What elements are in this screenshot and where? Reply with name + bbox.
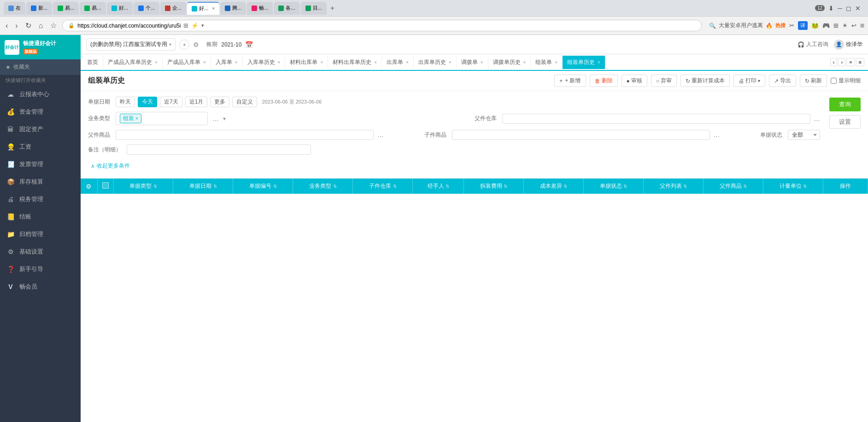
sidebar-item-inventory[interactable]: 📦 库存核算 — [0, 173, 81, 191]
th-settings[interactable]: ⚙ — [81, 179, 97, 194]
sidebar-item-cloud-reports[interactable]: ☁ 云报表中心 — [0, 86, 81, 103]
th-parent-list[interactable]: 父件列表 ⇅ — [643, 179, 703, 194]
nav-tab-outbound-close[interactable]: × — [406, 60, 409, 65]
sidebar-item-vip[interactable]: V 畅会员 — [0, 278, 81, 295]
bookmark-button[interactable]: ☆ — [48, 19, 59, 32]
display-detail-checkbox[interactable]: 显示明细 — [831, 77, 861, 85]
extension-icon[interactable]: ⚡ — [191, 22, 199, 29]
browser-tab-2[interactable]: 新... — [26, 2, 52, 15]
qr-icon[interactable]: ⊞ — [183, 22, 188, 29]
nav-tab-assembly-history[interactable]: 组装单历史 × — [563, 56, 605, 69]
url-bar[interactable]: 🔒 https://cloud.chanjet.com/accounting/u… — [62, 20, 701, 31]
nav-tab-finished[interactable]: 产成品入库单 × — [163, 56, 211, 69]
browser-tab-9[interactable]: 腾... — [220, 2, 246, 15]
business-type-more-dots[interactable]: ... — [212, 115, 218, 123]
minimize-button[interactable]: ─ — [838, 5, 842, 12]
sidebar-item-assets[interactable]: 🏛 固定资产 — [0, 121, 81, 138]
maximize-button[interactable]: ◻ — [846, 5, 851, 12]
nav-tab-finished-history-close[interactable]: × — [155, 60, 158, 65]
nav-tab-transfer-close[interactable]: × — [481, 60, 483, 65]
downloads-icon[interactable]: ⬇ — [828, 5, 834, 12]
nav-tab-inbound-history-close[interactable]: × — [278, 60, 281, 65]
date-btn-7days[interactable]: 近7天 — [160, 97, 182, 107]
th-checkbox[interactable] — [97, 179, 113, 194]
th-handler[interactable]: 经手人 ⇅ — [413, 179, 464, 194]
nav-tab-material-out[interactable]: 材料出库单 × — [285, 56, 328, 69]
menu-icon[interactable]: ≡ — [860, 22, 864, 30]
nav-tab-transfer[interactable]: 调拨单 × — [457, 56, 488, 69]
recalculate-button[interactable]: ↻ 重新计算成本 — [680, 75, 730, 87]
nav-tab-assembly-history-close[interactable]: × — [598, 60, 600, 65]
query-button[interactable]: 查询 — [829, 98, 861, 111]
nav-tab-transfer-history[interactable]: 调拨单历史 × — [488, 56, 531, 69]
th-disassembly-fee[interactable]: 拆装费用 ⇅ — [463, 179, 523, 194]
abandon-button[interactable]: ○ 弃审 — [651, 75, 677, 87]
th-cost-diff[interactable]: 成本差异 ⇅ — [523, 179, 583, 194]
print-button[interactable]: 🖨 打印 ▾ — [733, 75, 765, 87]
tab-close-active[interactable]: × — [212, 6, 215, 11]
th-child-warehouse[interactable]: 子件仓库 ⇅ — [353, 179, 413, 194]
brightness-icon[interactable]: ☀ — [842, 22, 848, 29]
scissors-icon[interactable]: ✂ — [789, 22, 794, 29]
tabs-right-arrow[interactable]: › — [838, 58, 845, 66]
company-settings-button[interactable]: ⚙ — [193, 41, 199, 48]
sidebar-item-tax[interactable]: 🖨 税务管理 — [0, 191, 81, 208]
new-tab-button[interactable]: + — [328, 4, 337, 12]
tabs-left-arrow[interactable]: ‹ — [830, 58, 838, 66]
browser-tab-6[interactable]: 个... — [134, 2, 159, 15]
th-business-type[interactable]: 业务类型 ⇅ — [293, 179, 353, 194]
nav-tab-inbound-close[interactable]: × — [235, 60, 238, 65]
browser-tab-7[interactable]: 企... — [160, 2, 186, 15]
sidebar-item-invoice[interactable]: 🧾 发票管理 — [0, 156, 81, 173]
nav-tab-assembly[interactable]: 组装单 × — [531, 56, 563, 69]
add-button[interactable]: + + 新增 — [554, 75, 586, 87]
child-product-input[interactable] — [452, 130, 710, 140]
sidebar-item-closing[interactable]: 📒 结账 — [0, 208, 81, 225]
delete-button[interactable]: 🗑 删除 — [590, 75, 618, 87]
parent-product-more[interactable]: ... — [377, 131, 383, 139]
child-product-more[interactable]: ... — [714, 131, 720, 139]
sidebar-item-archive[interactable]: 📁 归档管理 — [0, 225, 81, 243]
select-all-checkbox[interactable] — [102, 182, 109, 189]
date-btn-today[interactable]: 今天 — [138, 97, 157, 107]
business-type-dropdown[interactable]: ▾ — [223, 116, 226, 122]
th-bill-number[interactable]: 单据编号 ⇅ — [233, 179, 293, 194]
nav-tab-outbound[interactable]: 出库单 × — [382, 56, 414, 69]
tab-close-current[interactable]: × — [846, 58, 855, 66]
favorites-section[interactable]: ★ 收藏夹 — [0, 59, 81, 75]
date-btn-yesterday[interactable]: 昨天 — [116, 97, 135, 107]
calendar-icon[interactable]: 📅 — [245, 41, 253, 48]
nav-tab-inbound-history[interactable]: 入库单历史 × — [243, 56, 286, 69]
export-button[interactable]: ↗ 导出 — [769, 75, 796, 87]
translate-icon[interactable]: 译 — [798, 21, 808, 30]
tag-remove-button[interactable]: × — [135, 116, 138, 121]
remarks-input[interactable] — [127, 145, 311, 155]
support-button[interactable]: 🎧 人工咨询 — [798, 40, 828, 48]
close-button[interactable]: ✕ — [855, 5, 861, 12]
collapse-button[interactable]: ∧ 收起更多条件 — [91, 162, 130, 170]
sidebar-item-fund[interactable]: 💰 资金管理 — [0, 103, 81, 121]
nav-tab-material-out-history-close[interactable]: × — [374, 60, 377, 65]
browser-tab-11[interactable]: 各... — [274, 2, 299, 15]
grid-icon[interactable]: ⊞ — [833, 22, 839, 29]
company-selector[interactable]: (勿删勿禁用) 江西服宝测试专用 ▾ — [86, 38, 176, 51]
nav-tab-finished-history[interactable]: 产成品入库单历史 × — [103, 56, 163, 69]
nav-tab-inbound[interactable]: 入库单 × — [211, 56, 243, 69]
bill-status-select[interactable]: 全部 审核 未审核 — [788, 130, 820, 140]
undo-icon[interactable]: ↩ — [851, 22, 856, 29]
nav-tab-home[interactable]: 首页 — [82, 56, 103, 69]
back-button[interactable]: ‹ — [4, 20, 10, 32]
th-bill-status[interactable]: 单据状态 ⇅ — [583, 179, 643, 194]
display-detail-input[interactable] — [831, 78, 837, 84]
browser-tab-3[interactable]: 易... — [53, 2, 79, 15]
th-bill-type[interactable]: 单据类型 ⇅ — [113, 179, 173, 194]
nav-tab-material-out-close[interactable]: × — [320, 60, 323, 65]
emoji-icon[interactable]: 🐸 — [811, 22, 819, 29]
company-add-button[interactable]: + — [179, 40, 189, 50]
sidebar-item-payroll[interactable]: 👷 工资 — [0, 138, 81, 156]
parent-warehouse-more[interactable]: ... — [814, 115, 820, 123]
date-btn-1month[interactable]: 近1月 — [185, 97, 208, 107]
browser-tab-5[interactable]: 好... — [107, 2, 133, 15]
nav-tab-material-out-history[interactable]: 材料出库单历史 × — [328, 56, 382, 69]
home-button[interactable]: ⌂ — [37, 20, 45, 32]
